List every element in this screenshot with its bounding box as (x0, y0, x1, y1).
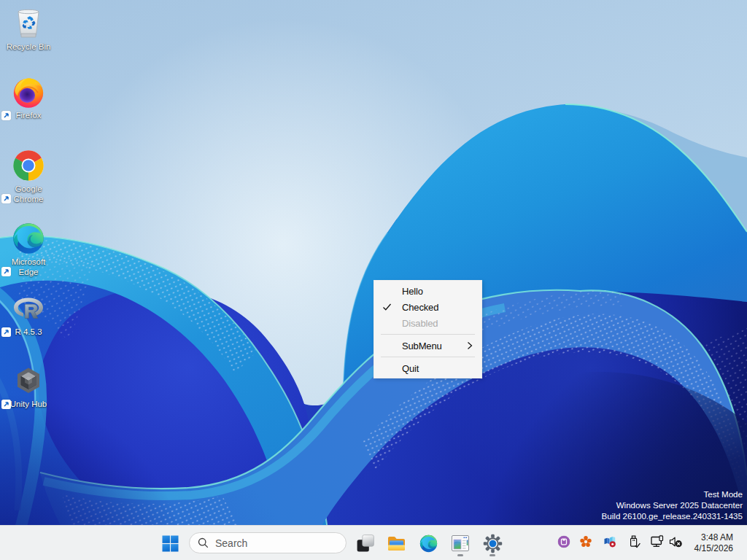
desktop-icon-label: Firefox (15, 111, 41, 121)
taskbar-button-task-view[interactable] (351, 529, 380, 558)
taskbar-button-app-window[interactable] (446, 529, 475, 558)
menu-item-label: Hello (402, 285, 423, 296)
taskbar-button-file-explorer[interactable] (382, 529, 411, 558)
desktop-icon-label: Recycle Bin (7, 42, 51, 52)
search-input[interactable]: Search (189, 532, 347, 553)
desktop-icon-label: Unity Hub (10, 400, 47, 410)
tray-icon-purple-app[interactable] (558, 535, 570, 551)
settings-gear-icon (483, 534, 503, 553)
separator-line (381, 357, 475, 357)
shortcut-arrow-icon (3, 329, 9, 335)
clock-date: 4/15/2026 (694, 543, 733, 554)
file-explorer-icon (387, 534, 406, 553)
watermark-line-1: Test Mode (602, 489, 743, 499)
app-window-icon (452, 535, 469, 551)
tray-icon-safely-remove-hardware[interactable] (627, 534, 640, 551)
tray-icon-network-wired[interactable] (650, 534, 665, 551)
watermark-line-3: Build 26100.ge_release.240331-1435 (602, 510, 743, 521)
separator-line (381, 334, 475, 335)
taskbar-button-microsoft-edge[interactable] (414, 529, 443, 558)
microsoft-edge-icon (419, 534, 438, 553)
taskbar-button-settings[interactable] (478, 529, 507, 558)
test-mode-watermark: Test Mode Windows Server 2025 Datacenter… (602, 489, 743, 521)
check-icon (382, 302, 392, 311)
running-indicator (457, 554, 463, 556)
menu-item-quit[interactable]: Quit (374, 360, 481, 376)
shortcut-arrow-badge (1, 327, 11, 337)
shortcut-arrow-badge (1, 267, 11, 276)
start-button[interactable] (155, 529, 185, 558)
desktop-icon-microsoft-edge[interactable]: Microsoft Edge (1, 222, 56, 277)
usb-eject-icon (627, 534, 640, 548)
desktop-icon-label: R 4.5.3 (15, 327, 42, 338)
tray-icon-volume-muted[interactable] (669, 535, 683, 551)
context-menu: Hello Checked Disabled SubMenu Quit (374, 280, 482, 378)
menu-item-label: Checked (402, 301, 438, 312)
desktop-icon-google-chrome[interactable]: Google Chrome (1, 149, 56, 204)
network-monitor-icon (650, 534, 665, 548)
search-icon (198, 537, 209, 548)
menu-item-checked[interactable]: Checked (374, 299, 481, 315)
menu-item-hello[interactable]: Hello (374, 283, 481, 299)
search-placeholder: Search (215, 537, 247, 549)
desktop-icon-r[interactable]: R 4.5.3 (1, 292, 56, 338)
desktop-icon-recycle-bin[interactable]: Recycle Bin (1, 7, 56, 52)
r-icon (12, 292, 44, 324)
desktop-icon-unity-hub[interactable]: Unity Hub (1, 365, 56, 410)
google-chrome-icon (12, 149, 44, 182)
shortcut-arrow-icon (3, 268, 9, 275)
recycle-bin-icon (12, 7, 44, 39)
desktop-icon-firefox[interactable]: Firefox (1, 76, 56, 121)
clock-time: 3:48 AM (694, 532, 733, 543)
menu-item-label: SubMenu (402, 340, 442, 351)
taskbar-clock[interactable]: 3:48 AM 4/15/2026 (694, 532, 733, 554)
task-view-icon (357, 534, 374, 552)
desktop-screen: Recycle Bin (0, 0, 747, 560)
menu-item-submenu[interactable]: SubMenu (374, 338, 481, 354)
menu-item-label: Disabled (402, 317, 438, 328)
hyperv-boxes-icon (603, 535, 616, 548)
submenu-arrow-icon (467, 341, 473, 349)
volume-muted-icon (669, 535, 683, 548)
firefox-icon (12, 76, 44, 108)
menu-item-disabled[interactable]: Disabled (374, 315, 481, 331)
menu-item-label: Quit (402, 362, 419, 373)
taskbar: Search (0, 525, 747, 560)
unity-hub-icon (12, 365, 44, 397)
running-indicator (489, 554, 495, 556)
shortcut-arrow-icon (3, 195, 9, 202)
shortcut-arrow-badge (1, 194, 11, 203)
tray-icon-hyperv-boxes[interactable] (603, 535, 616, 551)
windows-logo-icon (162, 535, 179, 552)
orange-flower-icon (580, 535, 592, 548)
shortcut-arrow-icon (3, 401, 9, 408)
shortcut-arrow-icon (3, 112, 9, 119)
shortcut-arrow-badge (1, 400, 11, 409)
watermark-line-2: Windows Server 2025 Datacenter (602, 499, 743, 510)
microsoft-edge-icon (12, 222, 44, 254)
shortcut-arrow-badge (1, 111, 11, 120)
menu-separator (374, 354, 481, 360)
menu-separator (374, 331, 481, 338)
purple-app-icon (558, 535, 570, 548)
tray-icon-orange-flower[interactable] (580, 535, 592, 551)
